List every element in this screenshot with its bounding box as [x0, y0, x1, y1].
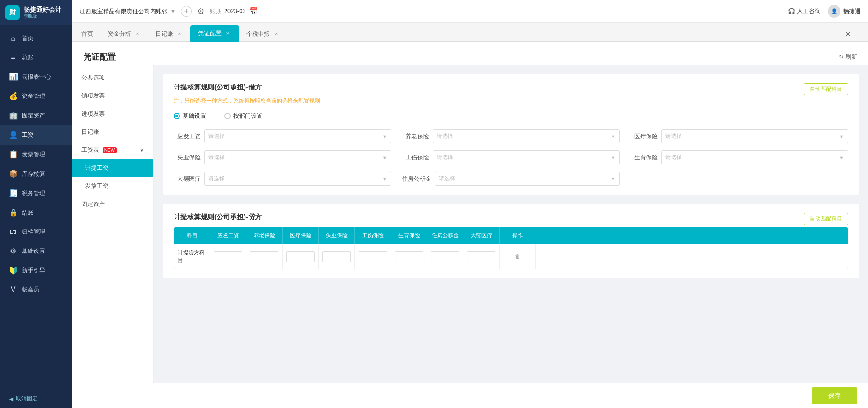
- debit-form-grid: 应发工资 请选择 ▼ 养老保险 请选择 ▼: [174, 129, 848, 186]
- nav-payroll-calc[interactable]: 计提工资: [72, 159, 153, 177]
- select-yiliao[interactable]: 请选择 ▼: [661, 129, 848, 143]
- topbar: 江西服宝精品有限责任公司内账张 ▼ + ⚙ 账期 2023-03 📅 🎧 人工咨…: [72, 0, 868, 23]
- credit-section-title: 计提核算规则(公司承担)-贷方: [174, 213, 848, 221]
- cell-yingfa[interactable]: [210, 244, 246, 269]
- input-gongshang[interactable]: [359, 251, 387, 262]
- select-gjj[interactable]: 请选择 ▼: [435, 172, 619, 186]
- support-label: 人工咨询: [797, 7, 821, 15]
- input-yingfa[interactable]: [214, 251, 242, 262]
- tab-journal[interactable]: 日记账 ×: [148, 26, 190, 42]
- sidebar-label-asset: 固定资产: [22, 112, 45, 120]
- input-dae[interactable]: [467, 251, 495, 262]
- input-gjj[interactable]: [431, 251, 459, 262]
- select-yanglao[interactable]: 请选择 ▼: [433, 129, 619, 143]
- input-yanglao[interactable]: [250, 251, 278, 262]
- sidebar-pin-toggle[interactable]: ◀ 取消固定: [0, 389, 72, 408]
- sidebar-item-guide[interactable]: 🔰 新手引导: [0, 261, 72, 280]
- select-shiye[interactable]: 请选择 ▼: [204, 150, 391, 164]
- sidebar-item-vip[interactable]: V 畅会员: [0, 280, 72, 299]
- auto-match-credit-button[interactable]: 自动匹配科目: [804, 213, 848, 225]
- input-yiliao[interactable]: [286, 251, 315, 262]
- tab-journal-label: 日记账: [156, 30, 173, 38]
- nav-payroll-group-label: 工资表 NEW: [81, 146, 117, 154]
- nav-sales[interactable]: 销项发票: [72, 87, 153, 105]
- sidebar-item-fund[interactable]: 💰 资金管理: [0, 86, 72, 106]
- select-shengyu[interactable]: 请选择 ▼: [661, 150, 848, 164]
- row-label: 计提贷方科目: [174, 244, 210, 269]
- select-gongshang[interactable]: 请选择 ▼: [433, 150, 619, 164]
- sidebar-item-archive[interactable]: 🗂 归档管理: [0, 222, 72, 241]
- nav-payroll-issue[interactable]: 发放工资: [72, 177, 153, 195]
- company-selector[interactable]: 江西服宝精品有限责任公司内账张 ▼: [80, 7, 175, 15]
- cell-shiye[interactable]: [319, 244, 355, 269]
- calendar-icon[interactable]: 📅: [249, 7, 258, 15]
- radio-dept-label: 按部门设置: [233, 112, 263, 120]
- sidebar-item-invoice[interactable]: 📋 发票管理: [0, 145, 72, 164]
- cell-dae[interactable]: [463, 244, 500, 269]
- select-yingfa[interactable]: 请选择 ▼: [204, 129, 391, 143]
- sidebar-label-home: 首页: [22, 34, 33, 42]
- nav-public[interactable]: 公共选项: [72, 69, 153, 87]
- sidebar-item-home[interactable]: ⌂ 首页: [0, 29, 72, 48]
- sidebar-item-tax[interactable]: 🧾 税务管理: [0, 183, 72, 203]
- tab-fund-close[interactable]: ×: [134, 30, 141, 38]
- invoice-icon: 📋: [9, 150, 17, 159]
- sidebar-item-asset[interactable]: 🏢 固定资产: [0, 106, 72, 125]
- tab-tax[interactable]: 个税申报 ×: [239, 26, 287, 42]
- tab-voucher[interactable]: 凭证配置 ×: [190, 25, 239, 42]
- tab-tax-close[interactable]: ×: [273, 30, 280, 38]
- radio-basic[interactable]: 基础设置: [174, 112, 206, 120]
- tab-voucher-close[interactable]: ×: [224, 30, 231, 37]
- nav-purchase[interactable]: 进项发票: [72, 105, 153, 123]
- col-yiliao: 医疗保险: [283, 227, 319, 244]
- ledger-icon: ≡: [9, 53, 17, 61]
- cell-shengyu[interactable]: [391, 244, 427, 269]
- asset-icon: 🏢: [9, 111, 17, 120]
- reports-icon: 📊: [9, 72, 17, 81]
- sidebar-item-payroll[interactable]: 👤 工资: [0, 125, 72, 145]
- tab-home[interactable]: 首页: [74, 26, 100, 42]
- cell-action[interactable]: 🗑: [500, 244, 536, 269]
- credit-section: 计提核算规则(公司承担)-贷方 自动匹配科目 科目 应发工资 养老保险 医疗保险…: [163, 204, 859, 278]
- sidebar-item-ledger[interactable]: ≡ 总账: [0, 48, 72, 67]
- refresh-button[interactable]: ↻ 刷新: [839, 53, 857, 61]
- home-icon: ⌂: [9, 34, 17, 42]
- sidebar-label-fund: 资金管理: [22, 92, 45, 100]
- sidebar-item-inventory[interactable]: 📦 库存核算: [0, 164, 72, 183]
- cell-gjj[interactable]: [427, 244, 463, 269]
- close-tab-button[interactable]: ✕: [845, 30, 851, 38]
- chevron-down-icon: ▼: [611, 155, 616, 160]
- cell-yanglao[interactable]: [246, 244, 283, 269]
- refresh-label: 刷新: [845, 53, 857, 61]
- settings-gear-button[interactable]: ⚙: [197, 6, 204, 16]
- select-dae[interactable]: 请选择 ▼: [204, 172, 391, 186]
- input-shengyu[interactable]: [395, 251, 423, 262]
- main-area: 江西服宝精品有限责任公司内账张 ▼ + ⚙ 账期 2023-03 📅 🎧 人工咨…: [72, 0, 868, 408]
- sidebar-item-settings[interactable]: ⚙ 基础设置: [0, 241, 72, 261]
- user-menu[interactable]: 👤 畅捷通: [828, 5, 861, 18]
- nav-fixed-asset[interactable]: 固定资产: [72, 195, 153, 213]
- radio-dept[interactable]: 按部门设置: [224, 112, 263, 120]
- cell-yiliao[interactable]: [283, 244, 319, 269]
- col-yanglao: 养老保险: [246, 227, 283, 244]
- input-shiye[interactable]: [322, 251, 351, 262]
- nav-journal[interactable]: 日记账: [72, 123, 153, 141]
- auto-match-debit-button[interactable]: 自动匹配科目: [804, 83, 848, 95]
- chevron-down-icon: ▼: [839, 134, 844, 139]
- add-company-button[interactable]: +: [181, 6, 192, 17]
- save-button[interactable]: 保存: [812, 387, 857, 404]
- field-yingfa: 应发工资 请选择 ▼: [174, 129, 391, 143]
- sidebar-label-settings: 基础设置: [22, 247, 45, 255]
- nav-payroll-group[interactable]: 工资表 NEW ∨: [72, 141, 153, 159]
- sidebar-item-reports[interactable]: 📊 云报表中心: [0, 67, 72, 86]
- field-gjj: 住房公积金 请选择 ▼: [402, 172, 619, 186]
- expand-button[interactable]: ⛶: [855, 30, 863, 38]
- col-dae: 大额医疗: [463, 227, 500, 244]
- cell-gongshang[interactable]: [355, 244, 391, 269]
- left-nav: 公共选项 销项发票 进项发票 日记账 工资表 NEW ∨ 计提工资 发放工资 固…: [72, 65, 154, 383]
- tab-journal-close[interactable]: ×: [176, 30, 183, 38]
- sidebar-item-close[interactable]: 🔒 结账: [0, 203, 72, 222]
- delete-icon[interactable]: 🗑: [515, 253, 520, 260]
- support-button[interactable]: 🎧 人工咨询: [788, 7, 821, 15]
- tab-fund[interactable]: 资金分析 ×: [100, 26, 148, 42]
